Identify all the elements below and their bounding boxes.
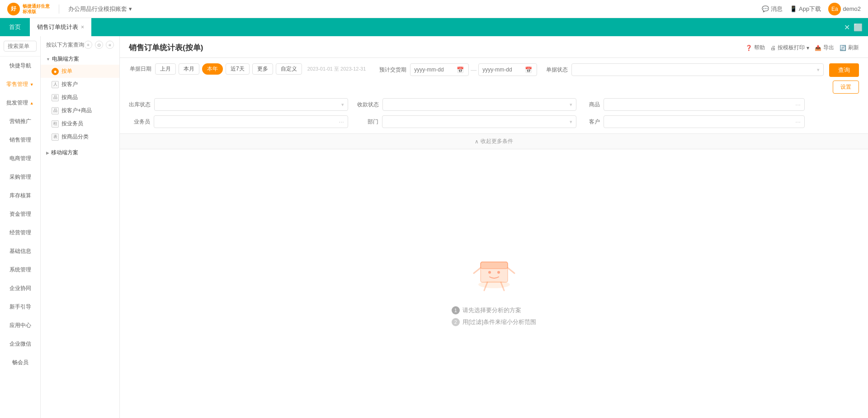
date-range-display: 2023-01-01 至 2023-12-31 bbox=[307, 66, 366, 72]
by-order-icon: ● bbox=[52, 68, 59, 75]
scheme-item-by-salesperson[interactable]: 柱 按业务员 bbox=[41, 117, 119, 130]
sidebar-item-appstore[interactable]: 应用中心 bbox=[0, 316, 40, 335]
workspace-arrow-icon: ▾ bbox=[129, 5, 132, 12]
user-avatar: Ea bbox=[828, 3, 841, 15]
sidebar-purchase-label: 采购管理 bbox=[9, 174, 31, 180]
dept-select[interactable]: ▾ bbox=[382, 115, 576, 128]
message-button[interactable]: 💬 消息 bbox=[762, 5, 783, 13]
close-window-icon[interactable]: ✕ bbox=[844, 23, 850, 32]
date-btn-custom[interactable]: 自定义 bbox=[276, 63, 302, 75]
sidebar-guide-label: 新手引导 bbox=[9, 304, 31, 310]
sidebar-item-basic[interactable]: 基础信息 bbox=[0, 242, 40, 261]
by-salesperson-label: 按业务员 bbox=[61, 120, 83, 128]
by-cust-prod-label: 按客户+商品 bbox=[61, 107, 92, 114]
status-select[interactable]: ▾ bbox=[571, 63, 824, 76]
sidebar-item-ecommerce[interactable]: 电商管理 bbox=[0, 149, 40, 168]
sidebar-item-enterprise[interactable]: 企业协同 bbox=[0, 279, 40, 298]
sidebar-item-sales[interactable]: 销售管理 bbox=[0, 131, 40, 149]
export-button[interactable]: 📤 导出 bbox=[815, 44, 834, 52]
query-button[interactable]: 查询 bbox=[829, 63, 859, 77]
user-name: demo2 bbox=[843, 5, 861, 12]
settings-button[interactable]: 设置 bbox=[833, 81, 859, 94]
scheme-group-pc-title[interactable]: ▼ 电脑端方案 bbox=[41, 53, 119, 65]
sidebar-item-guide[interactable]: 新手引导 bbox=[0, 298, 40, 316]
sidebar-item-wechat[interactable]: 企业微信 bbox=[0, 335, 40, 353]
tab-close-icon[interactable]: × bbox=[81, 24, 84, 30]
scheme-panel-header: 按以下方案查询 + ⊙ « bbox=[41, 36, 119, 52]
outstock-select[interactable]: ▾ bbox=[154, 98, 348, 111]
svg-line-7 bbox=[474, 268, 481, 273]
sidebar-item-member[interactable]: 畅会员 bbox=[0, 353, 40, 372]
goods-input[interactable]: ··· bbox=[604, 98, 805, 111]
scheme-header-buttons: + ⊙ « bbox=[84, 41, 114, 49]
date-btn-this-month[interactable]: 本月 bbox=[179, 63, 199, 75]
scheme-add-button[interactable]: + bbox=[84, 41, 92, 49]
payment-caret-icon: ▾ bbox=[570, 102, 572, 108]
date-btn-last-month[interactable]: 上月 bbox=[155, 63, 176, 75]
print-button[interactable]: 🖨 按模板打印 ▾ bbox=[770, 44, 809, 52]
sidebar-item-retail[interactable]: 零售管理 ▼ bbox=[0, 75, 40, 94]
svg-rect-2 bbox=[481, 262, 508, 269]
customer-input[interactable]: ··· bbox=[604, 115, 805, 128]
goods-dots-icon: ··· bbox=[795, 101, 801, 108]
salesperson-input[interactable]: ··· bbox=[154, 115, 348, 128]
scheme-item-by-cust-prod[interactable]: 品 按客户+商品 bbox=[41, 104, 119, 117]
tab-sales-order-stats[interactable]: 销售订单统计表 × bbox=[30, 18, 91, 36]
collapse-icon: ∧ bbox=[475, 138, 479, 145]
sidebar-item-purchase[interactable]: 采购管理 bbox=[0, 168, 40, 186]
export-label: 导出 bbox=[823, 44, 834, 52]
workspace-selector[interactable]: 办公用品行业模拟账套 ▾ bbox=[68, 5, 132, 13]
date-btn-more[interactable]: 更多 bbox=[252, 63, 273, 75]
help-label: 帮助 bbox=[754, 44, 765, 52]
expected-date-start-input[interactable] bbox=[414, 66, 455, 73]
sidebar-item-operation[interactable]: 经营管理 bbox=[0, 223, 40, 242]
user-profile[interactable]: Ea demo2 bbox=[828, 3, 861, 15]
app-download-button[interactable]: 📱 App下载 bbox=[790, 5, 821, 13]
refresh-button[interactable]: 🔄 刷新 bbox=[840, 44, 859, 52]
page-header-actions: ❓ 帮助 🖨 按模板打印 ▾ 📤 导出 🔄 刷新 bbox=[745, 44, 859, 52]
expected-date-end-input[interactable] bbox=[482, 66, 523, 73]
scheme-group-mobile-title[interactable]: ▶ 移动端方案 bbox=[41, 147, 119, 158]
top-bar-left: 好 畅捷通好生意 标准版 办公用品行业模拟账套 ▾ bbox=[7, 3, 132, 15]
sidebar: 快捷导航 零售管理 ▼ 批发管理 ▲ 营销推广 销售管理 电商管理 采购管理 库… bbox=[0, 36, 41, 418]
page-title: 销售订单统计表(按单) bbox=[129, 43, 203, 53]
payment-filter: 收款状态 ▾ bbox=[357, 98, 576, 111]
scheme-item-by-customer[interactable]: 人 按客户 bbox=[41, 78, 119, 91]
help-button[interactable]: ❓ 帮助 bbox=[745, 44, 765, 52]
filter-area: 单据日期 上月 本月 本年 近7天 更多 自定义 2023-01-01 至 20… bbox=[120, 58, 868, 134]
expected-date-start[interactable]: 📅 bbox=[410, 63, 469, 76]
payment-select[interactable]: ▾ bbox=[382, 98, 576, 111]
tip-text-2: 用[过滤]条件来缩小分析范围 bbox=[462, 318, 536, 326]
sidebar-item-marketing[interactable]: 营销推广 bbox=[0, 112, 40, 131]
maximize-icon[interactable]: ⬜ bbox=[854, 23, 863, 32]
by-product-icon: 品 bbox=[52, 94, 59, 101]
sidebar-item-quick-nav[interactable]: 快捷导航 bbox=[0, 57, 40, 75]
filter-row-3: 业务员 ··· 部门 ▾ bbox=[129, 115, 859, 128]
help-icon: ❓ bbox=[745, 45, 752, 51]
scheme-edit-button[interactable]: ⊙ bbox=[95, 41, 103, 49]
filter-row-1: 单据日期 上月 本月 本年 近7天 更多 自定义 2023-01-01 至 20… bbox=[129, 63, 859, 94]
sidebar-item-wholesale[interactable]: 批发管理 ▲ bbox=[0, 94, 40, 112]
scheme-collapse-button[interactable]: « bbox=[106, 41, 114, 49]
window-controls: ✕ ⬜ bbox=[844, 23, 868, 32]
search-input[interactable] bbox=[4, 41, 37, 52]
status-filter-section: 单据状态 ▾ bbox=[546, 63, 824, 76]
sidebar-item-inventory[interactable]: 库存核算 bbox=[0, 186, 40, 205]
by-category-icon: 表 bbox=[52, 133, 59, 141]
tab-home[interactable]: 首页 bbox=[0, 18, 30, 36]
status-label: 单据状态 bbox=[546, 66, 571, 74]
empty-tip-1: 1 请先选择要分析的方案 bbox=[452, 306, 536, 314]
collapse-bar[interactable]: ∧ 收起更多条件 bbox=[120, 134, 868, 149]
date-btn-7days[interactable]: 近7天 bbox=[226, 63, 250, 75]
scheme-item-by-category[interactable]: 表 按商品分类 bbox=[41, 130, 119, 143]
sidebar-item-finance[interactable]: 资金管理 bbox=[0, 205, 40, 223]
sidebar-item-system[interactable]: 系统管理 bbox=[0, 261, 40, 279]
sidebar-wholesale-label: 批发管理 bbox=[6, 100, 28, 106]
date-btn-this-year[interactable]: 本年 bbox=[202, 63, 223, 75]
scheme-item-by-order[interactable]: ● 按单 bbox=[41, 65, 119, 78]
print-label: 按模板打印 bbox=[778, 44, 805, 52]
expected-date-end[interactable]: 📅 bbox=[478, 63, 537, 76]
scheme-item-by-product[interactable]: 品 按商品 bbox=[41, 91, 119, 104]
app-download-icon: 📱 bbox=[790, 5, 797, 12]
empty-tip-2: 2 用[过滤]条件来缩小分析范围 bbox=[452, 318, 536, 326]
